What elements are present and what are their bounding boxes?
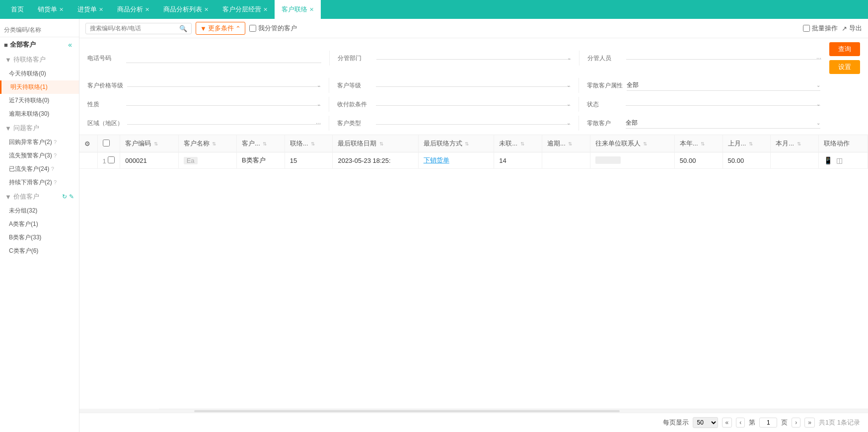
chevron-down-icon8: ⌄ <box>567 120 571 126</box>
sidebar-item-today[interactable]: 今天待联络(0) <box>0 67 79 80</box>
col-code[interactable]: 客户编码 ⇅ <box>120 135 178 152</box>
sidebar-item-tomorrow[interactable]: 明天待联络(1) <box>0 80 79 94</box>
more-filter-btn[interactable]: ▼ 更多条件 ⌃ <box>196 22 245 35</box>
chevron-down-icon4: ⌄ <box>816 82 820 88</box>
query-btn[interactable]: 查询 <box>829 42 860 56</box>
dots-icon[interactable]: ··· <box>816 55 821 62</box>
all-customers-label[interactable]: ■ 全部客户 <box>4 40 36 49</box>
col-last-date[interactable]: 最后联络日期 ⇅ <box>333 135 418 152</box>
nav-close-purchase[interactable]: ✕ <box>99 6 103 13</box>
col-contacts[interactable]: 联络... ⇅ <box>285 135 333 152</box>
sidebar-section-value[interactable]: ▼ 价值客户 ↻ ✎ <box>0 189 79 204</box>
select-all-checkbox[interactable] <box>103 140 110 146</box>
sidebar-item-lost[interactable]: 已流失客户(24) ? <box>0 162 79 176</box>
filter-sparse-select[interactable]: 全部 ⌄ <box>626 118 820 129</box>
reset-btn[interactable]: 设置 <box>829 60 860 74</box>
sidebar-search-input[interactable] <box>4 26 78 33</box>
nav-close-customer-layering[interactable]: ✕ <box>263 6 268 13</box>
col-unreached[interactable]: 未联... ⇅ <box>494 135 542 152</box>
filter-nature-select[interactable]: ⌄ <box>126 103 321 106</box>
phone-input[interactable] <box>126 55 321 62</box>
nav-sales[interactable]: 销货单 ✕ <box>31 0 71 19</box>
filter-phone-input[interactable] <box>126 54 321 63</box>
filter-customer-grade-select[interactable]: ⌄ <box>376 84 571 87</box>
filter-price-grade-label: 客户价格等级 <box>87 81 123 90</box>
filter-region-select[interactable]: ··· <box>127 122 321 125</box>
col-gear[interactable]: ⚙ <box>79 135 97 152</box>
sidebar-item-repurchase[interactable]: 回购异常客户(2) ? <box>0 136 79 149</box>
sidebar-item-ungrouped[interactable]: 未分组(32) <box>0 204 79 217</box>
nav-product-analysis[interactable]: 商品分析 ✕ <box>110 0 156 19</box>
filter-payment-select[interactable]: ⌄ <box>376 103 571 106</box>
nav-customer-contact[interactable]: 客户联络 ✕ <box>275 0 321 19</box>
sort-icon-name: ⇅ <box>212 141 216 146</box>
filter-status-select[interactable]: ⌄ <box>626 103 820 106</box>
phone-action-icon[interactable]: 📱 <box>824 156 832 164</box>
last-page-btn[interactable]: » <box>804 418 815 428</box>
sidebar-item-class-c[interactable]: C类客户(6) <box>0 244 79 258</box>
filter-icon: ▼ <box>200 25 207 32</box>
col-this-year[interactable]: 本年... ⇅ <box>674 135 723 152</box>
sidebar-item-lostwarning[interactable]: 流失预警客户(3) ? <box>0 149 79 162</box>
total-records: 共1页 1条记录 <box>819 418 860 427</box>
sidebar-item-class-a[interactable]: A类客户(1) <box>0 217 79 231</box>
batch-op-checkbox[interactable] <box>803 25 810 32</box>
action-icons: 📱 ◫ <box>824 156 863 164</box>
prev-page-btn[interactable]: ‹ <box>736 418 745 428</box>
filter-payment-label: 收付款条件 <box>337 100 372 109</box>
sidebar-section-problem[interactable]: ▼ 问题客户 <box>0 121 79 136</box>
filter-nature-label: 性质 <box>87 100 122 109</box>
my-customers-checkbox[interactable] <box>249 25 256 32</box>
filter-customer-type-select[interactable]: ⌄ <box>376 122 571 125</box>
nav-close-customer-contact[interactable]: ✕ <box>309 6 314 13</box>
nav-purchase[interactable]: 进货单 ✕ <box>71 0 110 19</box>
search-icon[interactable]: 🔍 <box>179 25 187 32</box>
batch-op-btn[interactable]: 批量操作 <box>803 24 838 33</box>
filter-price-grade-select[interactable]: ⌄ <box>127 84 321 87</box>
nav-close-sales[interactable]: ✕ <box>59 6 64 13</box>
sidebar-item-declining[interactable]: 持续下滑客户(2) ? <box>0 176 79 189</box>
sidebar-item-class-b[interactable]: B类客户(33) <box>0 231 79 244</box>
first-page-btn[interactable]: « <box>722 418 732 428</box>
sidebar-collapse-btn[interactable]: « <box>65 41 75 49</box>
chevron-down-icon9: ⌄ <box>816 120 820 126</box>
sidebar-item-7days[interactable]: 近7天待联络(0) <box>0 94 79 107</box>
dots-icon2[interactable]: ··· <box>316 120 321 127</box>
col-type[interactable]: 客户... ⇅ <box>236 135 285 152</box>
row-last-method[interactable]: 下销货单 <box>418 152 494 169</box>
nav-product-list[interactable]: 商品分析列表 ✕ <box>156 0 216 19</box>
gear-icon[interactable]: ⚙ <box>84 140 90 147</box>
col-this-month[interactable]: 本月... ⇅ <box>771 135 819 152</box>
col-name[interactable]: 客户名称 ⇅ <box>178 135 236 152</box>
sidebar-section-pending[interactable]: ▼ 待联络客户 <box>0 52 79 67</box>
col-action: 联络动作 <box>819 135 868 152</box>
nav-close-product-analysis[interactable]: ✕ <box>145 6 149 13</box>
page-input[interactable] <box>759 418 777 428</box>
row-check: 1 <box>97 152 120 169</box>
nav-home[interactable]: 首页 <box>4 0 31 19</box>
filter-dept-select[interactable]: ⌄ <box>376 57 572 60</box>
chevron-down-icon6: ⌄ <box>567 101 571 107</box>
row-checkbox[interactable] <box>108 156 115 163</box>
sort-icon-last-date: ⇅ <box>379 141 383 146</box>
filter-person-select[interactable]: ··· <box>626 57 821 60</box>
search-input[interactable] <box>90 25 179 32</box>
filter-sparse-attr-select[interactable]: 全部 ⌄ <box>627 80 820 91</box>
page-size-select[interactable]: 50 100 200 <box>693 417 718 428</box>
col-last-month[interactable]: 上月... ⇅ <box>723 135 771 152</box>
col-unit-contact[interactable]: 往来单位联系人 ⇅ <box>590 135 674 152</box>
nav-close-product-list[interactable]: ✕ <box>204 6 209 13</box>
export-btn[interactable]: ↗ 导出 <box>842 24 862 33</box>
sidebar-item-overdue[interactable]: 逾期未联络(30) <box>0 107 79 121</box>
sidebar-search-wrap: 🔍 <box>0 23 79 37</box>
col-overdue[interactable]: 逾期... ⇅ <box>542 135 590 152</box>
filter-sparse-label: 零散客户 <box>587 119 622 128</box>
last-method-link[interactable]: 下销货单 <box>424 156 449 164</box>
next-page-btn[interactable]: › <box>792 418 800 428</box>
filter-payment: 收付款条件 ⌄ <box>337 100 571 109</box>
my-customers-checkbox-wrap[interactable]: 我分管的客户 <box>249 24 297 33</box>
nav-customer-layering[interactable]: 客户分层经营 ✕ <box>216 0 275 19</box>
page-suffix: 页 <box>781 418 788 427</box>
col-last-method[interactable]: 最后联络方式 ⇅ <box>418 135 494 152</box>
grid-action-icon[interactable]: ◫ <box>836 156 843 164</box>
